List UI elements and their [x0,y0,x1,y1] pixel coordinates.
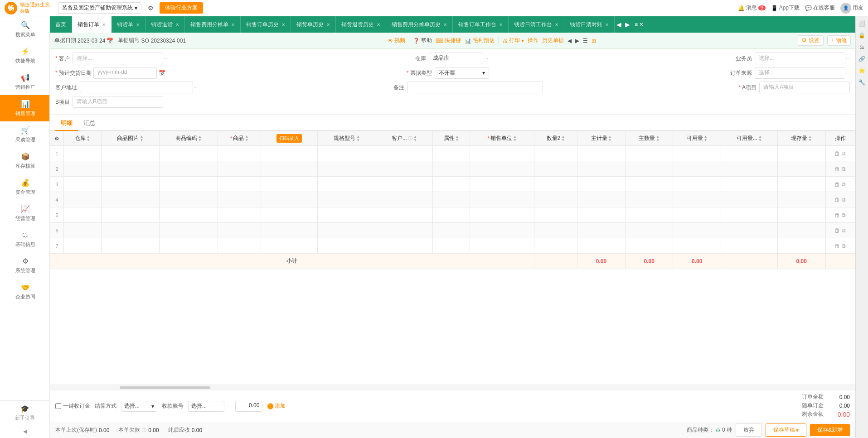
row-attr-6[interactable] [432,223,470,238]
row-customer-code-4[interactable] [376,192,432,207]
tab-close-sales-order[interactable]: ✕ [102,22,106,27]
system-title[interactable]: 装备及固定资产辅助管理系统 ▾ [58,2,141,14]
row-main-unit-6[interactable] [577,223,626,238]
row-warehouse-4[interactable] [64,192,102,207]
tab-close-expense-history[interactable]: ✕ [443,22,447,27]
delete-icon-6[interactable]: 🗑 [834,227,840,234]
row-warehouse-1[interactable] [64,146,102,161]
settings-button[interactable]: ⚙ 设置 [798,35,823,46]
row-attr-7[interactable] [432,238,470,254]
b-project-input[interactable]: 请输入B项目 [73,96,163,108]
row-main-unit-5[interactable] [577,207,626,223]
row-code-2[interactable] [160,161,218,177]
tab-close-invoice-history[interactable]: ✕ [326,22,330,27]
row-attr-2[interactable] [432,161,470,177]
tab-close-cash-workbench[interactable]: ✕ [555,22,558,27]
payment-amount[interactable]: 0.00 [235,401,262,412]
address-input[interactable] [80,82,193,93]
row-qty2-6[interactable] [534,223,577,238]
settlement-select[interactable]: 选择... ▾ [121,401,157,412]
tab-close-sales-invoice[interactable]: ✕ [136,22,140,27]
sort-arrows-image[interactable]: ▲▼ [140,135,143,142]
right-tool-3[interactable]: ⚖ [857,42,868,53]
toolbar-list-view[interactable]: ☰ [583,38,588,44]
sort-arrows-stock[interactable]: ▲▼ [808,135,812,142]
row-attr-1[interactable] [432,146,470,161]
row-goods-6[interactable] [218,223,261,238]
goods-count-value[interactable]: ⊙ [716,427,720,433]
th-settings[interactable]: ⚙ [50,131,64,146]
info-icon-owe[interactable]: ⓘ [142,427,146,433]
row-customer-code-3[interactable] [376,177,432,192]
toolbar-profit[interactable]: 📊 毛利预估 [465,37,495,44]
tab-prev-arrow[interactable]: ◀ [615,21,623,28]
delivery-cal-icon[interactable]: 📅 [159,70,165,76]
sort-arrows-qty2[interactable]: ▲▼ [561,135,565,142]
row-goods-7[interactable] [218,238,261,254]
row-code-1[interactable] [160,146,218,161]
right-tool-5[interactable]: ⭐ [857,65,868,76]
tab-close-sales-history[interactable]: ✕ [281,22,285,27]
add-payment-btn[interactable]: 🟠 添加 [267,402,286,410]
sidebar-item-system[interactable]: ⚙ 系统管理 [0,252,49,279]
row-qty2-3[interactable] [534,177,577,192]
delete-icon-1[interactable]: 🗑 [834,150,840,157]
toolbar-operation[interactable]: 操作 [528,37,538,44]
row-warehouse-3[interactable] [64,177,102,192]
sort-arrows-main-unit[interactable]: ▲▼ [608,135,612,142]
info-icon[interactable]: ⓘ [408,135,412,142]
row-customer-code-7[interactable] [376,238,432,254]
row-goods-5[interactable] [218,207,261,223]
row-spec-6[interactable] [318,223,376,238]
tab-expense-history[interactable]: 销售费用分摊单历史 ✕ [386,16,453,33]
copy-icon-3[interactable]: ⧉ [842,181,846,188]
customer-input[interactable]: 选择... [73,53,163,64]
row-code-5[interactable] [160,207,218,223]
sidebar-item-finance[interactable]: 💰 资金管理 [0,174,49,200]
row-attr-3[interactable] [432,177,470,192]
tab-next-arrow[interactable]: ▶ [623,21,632,28]
sort-arrows-available2[interactable]: ▲▼ [758,135,762,142]
row-main-qty-2[interactable] [625,161,673,177]
sidebar-item-search[interactable]: 🔍 搜索菜单 [0,16,49,43]
row-code-6[interactable] [160,223,218,238]
tab-summary[interactable]: 汇总 [78,116,101,131]
row-customer-code-5[interactable] [376,207,432,223]
calendar-icon[interactable]: 📅 [107,38,113,44]
sort-arrows-goods[interactable]: ▲▼ [245,135,248,142]
remarks-input[interactable] [407,82,543,93]
toolbar-shortcut[interactable]: ⌨ 快捷键 [436,37,461,44]
row-warehouse-5[interactable] [64,207,102,223]
row-goods-3[interactable] [218,177,261,192]
sort-arrows-main-qty[interactable]: ▲▼ [656,135,659,142]
scroll-bar[interactable] [120,386,210,389]
sort-arrows-unit[interactable]: ▲▼ [513,135,517,142]
a-project-input[interactable]: 请输入A项目 [759,82,850,93]
sidebar-item-marketing[interactable]: 📢 营销推广 [0,69,49,95]
right-tool-2[interactable]: 🔒 [857,30,868,41]
sort-arrows-warehouse[interactable]: ▲▼ [87,135,90,142]
sort-arrows-code[interactable]: ▲▼ [198,135,202,142]
row-unit-1[interactable] [470,146,534,161]
add-goods-button[interactable]: + 物流 [827,35,851,46]
delete-icon-5[interactable]: 🗑 [834,212,840,218]
sidebar-item-purchase[interactable]: 🛒 采购管理 [0,121,49,148]
row-spec-7[interactable] [318,238,376,254]
toolbar-view[interactable]: 👁 视频 [388,37,405,44]
one-click-check[interactable] [55,403,61,409]
row-unit-4[interactable] [470,192,534,207]
row-customer-code-2[interactable] [376,161,432,177]
row-spec-5[interactable] [318,207,376,223]
row-main-unit-4[interactable] [577,192,626,207]
delivery-date-input[interactable]: yyyy-mm-dd [93,67,157,79]
row-attr-5[interactable] [432,207,470,223]
row-main-qty-6[interactable] [625,223,673,238]
tab-return-history[interactable]: 销货退货历史 ✕ [336,16,386,33]
account-select[interactable]: 选择... [188,401,224,412]
sort-arrows-customer-code[interactable]: ▲▼ [413,135,417,142]
copy-icon-1[interactable]: ⧉ [842,150,846,157]
save-draft-button[interactable]: 保存草稿 ▾ [766,424,806,437]
delete-icon-3[interactable]: 🗑 [834,181,840,188]
row-unit-3[interactable] [470,177,534,192]
save-new-button[interactable]: 保存&新增 [810,424,850,436]
